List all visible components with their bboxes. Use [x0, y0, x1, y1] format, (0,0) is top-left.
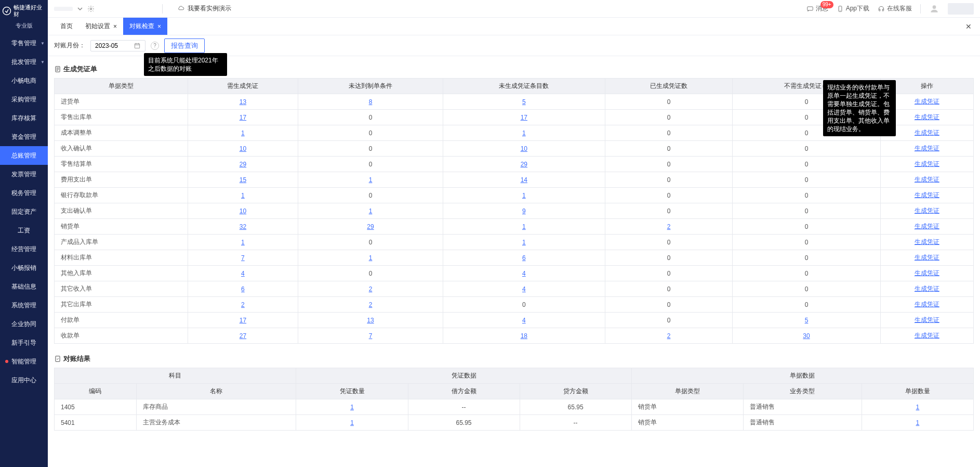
sidebar-item-0[interactable]: 零售管理▼ — [0, 34, 48, 53]
value-link[interactable]: 1 — [369, 207, 373, 215]
sidebar-item-14[interactable]: 系统管理 — [0, 296, 48, 315]
value-link[interactable]: 6 — [241, 286, 245, 293]
sidebar-item-18[interactable]: 应用中心 — [0, 371, 48, 390]
value-link[interactable]: 7 — [241, 254, 245, 262]
generate-voucher-link[interactable]: 生成凭证 — [915, 332, 939, 339]
tab-1[interactable]: 初始设置× — [79, 18, 123, 35]
tab-2[interactable]: 对账检查× — [123, 18, 167, 35]
generate-voucher-link[interactable]: 生成凭证 — [915, 269, 939, 277]
generate-voucher-link[interactable]: 生成凭证 — [915, 98, 939, 105]
user-name-placeholder[interactable] — [948, 3, 974, 15]
value-link[interactable]: 1 — [241, 192, 245, 199]
value-link[interactable]: 29 — [240, 161, 246, 168]
generate-voucher-link[interactable]: 生成凭证 — [915, 301, 939, 308]
value-link[interactable]: 18 — [521, 332, 527, 340]
value-link[interactable]: 1 — [241, 129, 245, 137]
value-link[interactable]: 1 — [522, 223, 526, 230]
value-link[interactable]: 5 — [805, 317, 809, 324]
sidebar-item-13[interactable]: 基础信息 — [0, 277, 48, 296]
tab-0[interactable]: 首页 — [54, 18, 79, 35]
calendar-icon[interactable] — [134, 42, 141, 49]
value-link[interactable]: 1 — [916, 419, 920, 426]
app-download-button[interactable]: App下载 — [837, 4, 869, 13]
sidebar-item-4[interactable]: 库存核算 — [0, 109, 48, 127]
sidebar-item-2[interactable]: 小畅电商 — [0, 71, 48, 90]
sidebar-item-11[interactable]: 经营管理 — [0, 240, 48, 258]
value-link[interactable]: 29 — [367, 223, 374, 230]
generate-voucher-link[interactable]: 生成凭证 — [915, 113, 939, 121]
generate-voucher-link[interactable]: 生成凭证 — [915, 176, 939, 183]
sidebar-item-17[interactable]: 智能管理 — [0, 352, 48, 371]
close-icon[interactable]: × — [113, 23, 117, 30]
value-link[interactable]: 17 — [521, 114, 527, 121]
value-link[interactable]: 10 — [240, 145, 246, 152]
value-link[interactable]: 1 — [350, 419, 354, 426]
generate-voucher-link[interactable]: 生成凭证 — [915, 238, 939, 245]
value-link[interactable]: 1 — [522, 239, 526, 246]
generate-voucher-link[interactable]: 生成凭证 — [915, 145, 939, 152]
value-link[interactable]: 4 — [522, 270, 526, 277]
value-link[interactable]: 27 — [240, 332, 246, 340]
sidebar-item-10[interactable]: 工资 — [0, 221, 48, 240]
value-link[interactable]: 1 — [522, 129, 526, 137]
value-link[interactable]: 14 — [521, 176, 527, 184]
value-link[interactable]: 1 — [241, 239, 245, 246]
sidebar-item-16[interactable]: 新手引导 — [0, 333, 48, 352]
value-link[interactable]: 1 — [522, 192, 526, 199]
sidebar-item-9[interactable]: 固定资产 — [0, 202, 48, 221]
value-link[interactable]: 10 — [240, 207, 246, 215]
value-link[interactable]: 15 — [240, 176, 246, 184]
value-link[interactable]: 4 — [522, 317, 526, 324]
sidebar-item-8[interactable]: 税务管理 — [0, 184, 48, 202]
value-link[interactable]: 7 — [369, 332, 373, 340]
sidebar-item-15[interactable]: 企业协同 — [0, 315, 48, 333]
value-link[interactable]: 30 — [803, 332, 810, 340]
value-link[interactable]: 1 — [350, 404, 354, 411]
value-link[interactable]: 4 — [241, 270, 245, 277]
service-button[interactable]: 在线客服 — [878, 4, 912, 13]
generate-voucher-link[interactable]: 生成凭证 — [915, 285, 939, 292]
value-link[interactable]: 1 — [916, 404, 920, 411]
value-link[interactable]: 9 — [522, 207, 526, 215]
generate-voucher-link[interactable]: 生成凭证 — [915, 191, 939, 199]
sidebar-item-3[interactable]: 采购管理 — [0, 90, 48, 109]
generate-voucher-link[interactable]: 生成凭证 — [915, 223, 939, 230]
value-link[interactable]: 13 — [367, 317, 374, 324]
value-link[interactable]: 8 — [369, 98, 373, 106]
generate-voucher-link[interactable]: 生成凭证 — [915, 160, 939, 167]
month-input[interactable] — [95, 42, 130, 49]
value-link[interactable]: 2 — [667, 223, 671, 230]
value-link[interactable]: 1 — [369, 176, 373, 184]
value-link[interactable]: 2 — [241, 301, 245, 308]
value-link[interactable]: 2 — [369, 301, 373, 308]
company-selector[interactable] — [54, 5, 158, 12]
value-link[interactable]: 5 — [522, 98, 526, 106]
sidebar-item-6[interactable]: 总账管理 — [0, 146, 48, 165]
sidebar-item-7[interactable]: 发票管理 — [0, 165, 48, 184]
value-link[interactable]: 2 — [667, 332, 671, 340]
generate-voucher-link[interactable]: 生成凭证 — [915, 254, 939, 261]
message-button[interactable]: 消息 99+ — [806, 4, 828, 13]
generate-voucher-link[interactable]: 生成凭证 — [915, 316, 939, 323]
value-link[interactable]: 10 — [521, 145, 527, 152]
sidebar-item-1[interactable]: 批发管理▼ — [0, 53, 48, 71]
help-icon[interactable]: ? — [151, 42, 159, 50]
avatar-icon[interactable] — [929, 4, 939, 14]
gear-icon[interactable] — [87, 5, 95, 12]
value-link[interactable]: 6 — [522, 254, 526, 262]
value-link[interactable]: 29 — [521, 161, 527, 168]
value-link[interactable]: 4 — [522, 286, 526, 293]
value-link[interactable]: 1 — [369, 254, 373, 262]
value-link[interactable]: 2 — [369, 286, 373, 293]
value-link[interactable]: 17 — [240, 114, 246, 121]
generate-voucher-link[interactable]: 生成凭证 — [915, 207, 939, 214]
month-picker[interactable] — [90, 40, 145, 51]
value-link[interactable]: 32 — [240, 223, 246, 230]
generate-voucher-link[interactable]: 生成凭证 — [915, 129, 939, 136]
demo-link[interactable]: 我要看实例演示 — [177, 4, 231, 13]
sidebar-item-12[interactable]: 小畅报销 — [0, 258, 48, 277]
value-link[interactable]: 13 — [240, 98, 246, 106]
report-query-button[interactable]: 报告查询 — [164, 38, 205, 53]
close-icon[interactable]: × — [157, 23, 161, 30]
value-link[interactable]: 17 — [240, 317, 246, 324]
